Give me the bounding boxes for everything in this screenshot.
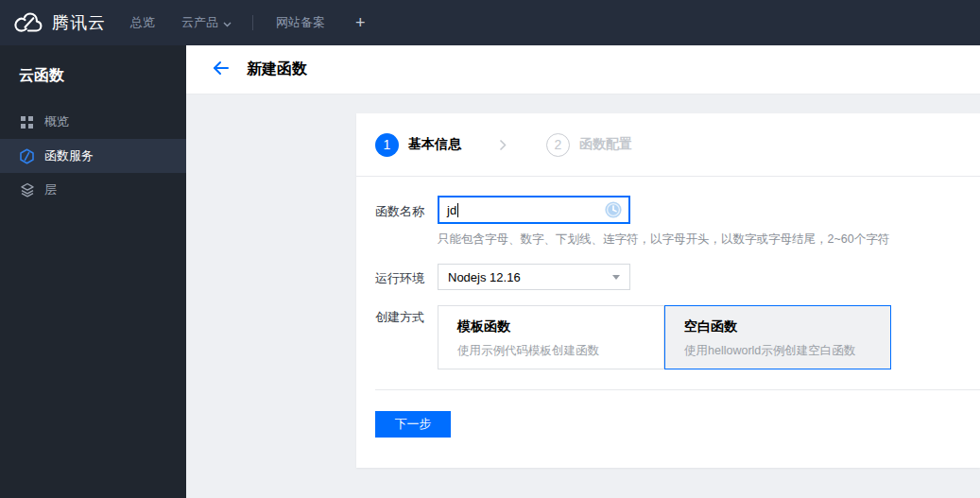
creation-method-label: 创建方式 <box>375 305 438 326</box>
topnav-overview[interactable]: 总览 <box>130 14 155 31</box>
sidebar-item-label: 函数服务 <box>44 147 94 164</box>
sidebar-title: 云函数 <box>0 45 186 86</box>
step-2-circle: 2 <box>546 133 570 157</box>
runtime-label: 运行环境 <box>375 264 438 287</box>
method-card-template-function[interactable]: 模板函数 使用示例代码模板创建函数 <box>438 305 664 369</box>
chevron-down-icon <box>223 16 232 30</box>
back-button[interactable] <box>211 60 230 80</box>
sidebar-item-label: 层 <box>44 181 57 198</box>
cloud-logo-icon <box>13 12 43 34</box>
function-name-hint: 只能包含字母、数字、下划线、连字符，以字母开头，以数字或字母结尾，2~60个字符 <box>438 232 980 248</box>
step-1-circle: 1 <box>375 133 399 157</box>
sidebar-menu: 概览 函数服务 层 <box>0 105 186 207</box>
add-tab-button[interactable]: + <box>355 13 366 33</box>
method-card-title: 模板函数 <box>457 318 663 335</box>
function-name-label: 函数名称 <box>375 196 438 220</box>
form-footer-divider <box>375 389 980 390</box>
sidebar-item-overview[interactable]: 概览 <box>0 105 186 139</box>
function-name-input[interactable]: jd <box>438 196 630 224</box>
sidebar-item-function-service[interactable]: 函数服务 <box>0 139 186 173</box>
method-card-title: 空白函数 <box>684 318 890 335</box>
text-cursor <box>457 203 458 217</box>
logo-text: 腾讯云 <box>52 11 106 34</box>
basic-info-form: 函数名称 jd 只能包含字母、数字、下划线、连字符，以字母开头，以数字或字母结尾 <box>356 177 980 438</box>
step-indicator: 1 基本信息 2 函数配置 <box>356 113 980 177</box>
scf-icon <box>19 148 35 164</box>
creation-method-cards: 模板函数 使用示例代码模板创建函数 空白函数 使用helloworld示例创建空… <box>438 305 891 369</box>
new-function-card: 1 基本信息 2 函数配置 函数名称 jd <box>356 113 980 468</box>
topnav-icp-filing[interactable]: 网站备案 <box>276 14 325 31</box>
sidebar-item-label: 概览 <box>44 113 69 130</box>
plus-icon: + <box>355 13 366 33</box>
page-header: 新建函数 <box>186 45 980 94</box>
page-title: 新建函数 <box>247 60 307 79</box>
function-name-value: jd <box>447 203 456 217</box>
sidebar: 云函数 概览 函数服务 <box>0 45 186 498</box>
step-1-label: 基本信息 <box>408 136 461 153</box>
step-chevron-icon <box>499 139 507 151</box>
select-caret-icon <box>612 275 620 280</box>
topnav-cloud-products[interactable]: 云产品 <box>181 14 232 31</box>
clock-icon <box>604 200 623 219</box>
sidebar-item-layers[interactable]: 层 <box>0 173 186 207</box>
grid-icon <box>19 114 35 130</box>
tencent-cloud-logo[interactable]: 腾讯云 <box>13 11 106 34</box>
step-2-label: 函数配置 <box>579 136 632 153</box>
runtime-select[interactable]: Nodejs 12.16 <box>438 264 630 290</box>
main-area: 新建函数 1 基本信息 2 函数配置 函数名称 jd <box>186 45 980 498</box>
topbar: 腾讯云 总览 云产品 网站备案 + <box>0 0 980 45</box>
method-card-desc: 使用示例代码模板创建函数 <box>457 343 663 359</box>
runtime-value: Nodejs 12.16 <box>448 270 521 284</box>
next-step-button[interactable]: 下一步 <box>375 411 451 438</box>
method-card-blank-function[interactable]: 空白函数 使用helloworld示例创建空白函数 <box>664 305 891 369</box>
back-arrow-icon <box>211 60 230 80</box>
layers-icon <box>19 182 35 198</box>
method-card-desc: 使用helloworld示例创建空白函数 <box>684 343 890 359</box>
topnav-divider <box>252 15 253 30</box>
